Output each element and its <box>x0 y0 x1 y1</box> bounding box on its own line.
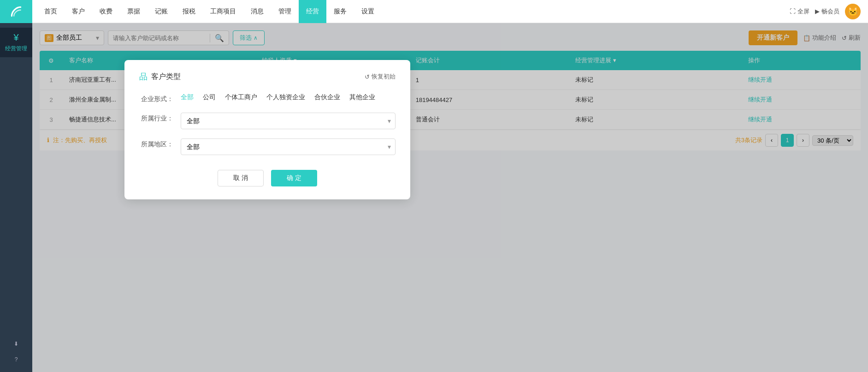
logo <box>0 0 32 23</box>
industry-content: 全部 <box>181 113 396 129</box>
modal-footer: 取 消 确 定 <box>139 170 396 186</box>
nav-message[interactable]: 消息 <box>243 0 271 23</box>
sidebar: ¥ 经营管理 ⬇ ? <box>0 23 32 372</box>
type-all[interactable]: 全部 <box>181 93 194 102</box>
industry-select[interactable]: 全部 <box>181 113 396 129</box>
download-icon: ⬇ <box>14 341 18 347</box>
type-partner[interactable]: 合伙企业 <box>314 93 340 102</box>
type-sole[interactable]: 个人独资企业 <box>266 93 305 102</box>
nav-operation[interactable]: 经营 <box>299 0 326 23</box>
region-content: 全部 <box>181 138 396 155</box>
sidebar-item-label: 经营管理 <box>5 45 27 53</box>
enterprise-form-row: 企业形式： 全部 公司 个体工商户 个人独资企业 合伙企业 其他企业 <box>139 93 396 103</box>
member-label: 畅会员 <box>821 7 839 16</box>
avatar[interactable]: 🐱 <box>845 4 861 19</box>
sidebar-help[interactable]: ? <box>0 352 32 367</box>
nav-bill[interactable]: 票据 <box>120 0 148 23</box>
member-button[interactable]: ▶ 畅会员 <box>815 7 839 16</box>
member-icon: ▶ <box>815 8 820 15</box>
region-select[interactable]: 全部 <box>181 138 396 155</box>
modal-header: 品 客户类型 ↺ 恢复初始 <box>139 71 396 82</box>
region-select-wrap: 全部 <box>181 138 396 155</box>
nav-customer[interactable]: 客户 <box>65 0 92 23</box>
region-row: 所属地区： 全部 <box>139 138 396 155</box>
industry-label: 所属行业： <box>139 113 181 123</box>
industry-select-wrap: 全部 <box>181 113 396 129</box>
nav-settings[interactable]: 设置 <box>354 0 382 23</box>
type-other[interactable]: 其他企业 <box>349 93 375 102</box>
help-icon: ? <box>15 356 18 363</box>
nav-items: 首页 客户 收费 票据 记账 报税 工商项目 消息 管理 经营 服务 设置 <box>32 0 790 23</box>
yuan-icon: ¥ <box>13 32 18 43</box>
reset-button[interactable]: ↺ 恢复初始 <box>365 72 396 81</box>
reset-icon: ↺ <box>365 73 370 80</box>
nav-business[interactable]: 工商项目 <box>203 0 243 23</box>
nav-home[interactable]: 首页 <box>37 0 65 23</box>
enterprise-form-options: 全部 公司 个体工商户 个人独资企业 合伙企业 其他企业 <box>181 93 396 102</box>
type-options: 全部 公司 个体工商户 个人独资企业 合伙企业 其他企业 <box>181 93 396 102</box>
enterprise-form-label: 企业形式： <box>139 93 181 103</box>
sidebar-bottom: ⬇ ? <box>0 336 32 372</box>
sidebar-item-operation[interactable]: ¥ 经营管理 <box>0 28 32 57</box>
reset-label: 恢复初始 <box>372 72 396 81</box>
industry-row: 所属行业： 全部 <box>139 113 396 129</box>
fullscreen-icon: ⛶ <box>790 8 796 15</box>
nav-right: ⛶ 全屏 ▶ 畅会员 🐱 <box>790 4 868 19</box>
nav-manage[interactable]: 管理 <box>271 0 299 23</box>
nav-bookkeeping[interactable]: 记账 <box>148 0 175 23</box>
cancel-button[interactable]: 取 消 <box>218 170 264 186</box>
modal-title-text: 客户类型 <box>151 72 181 82</box>
confirm-button[interactable]: 确 定 <box>271 170 317 186</box>
fullscreen-button[interactable]: ⛶ 全屏 <box>790 7 809 16</box>
modal-overlay: 品 客户类型 ↺ 恢复初始 企业形式： 全部 公司 个体工商户 个人独资企业 合… <box>32 23 868 372</box>
type-individual[interactable]: 个体工商户 <box>225 93 257 102</box>
type-company[interactable]: 公司 <box>203 93 216 102</box>
top-nav: 首页 客户 收费 票据 记账 报税 工商项目 消息 管理 经营 服务 设置 ⛶ … <box>0 0 868 23</box>
modal-title: 品 客户类型 <box>139 71 181 82</box>
region-label: 所属地区： <box>139 138 181 149</box>
nav-service[interactable]: 服务 <box>326 0 354 23</box>
nav-fee[interactable]: 收费 <box>92 0 120 23</box>
nav-tax[interactable]: 报税 <box>175 0 203 23</box>
modal-title-icon: 品 <box>139 71 148 82</box>
fullscreen-label: 全屏 <box>797 7 809 16</box>
filter-modal: 品 客户类型 ↺ 恢复初始 企业形式： 全部 公司 个体工商户 个人独资企业 合… <box>124 60 410 199</box>
sidebar-download[interactable]: ⬇ <box>0 336 32 352</box>
